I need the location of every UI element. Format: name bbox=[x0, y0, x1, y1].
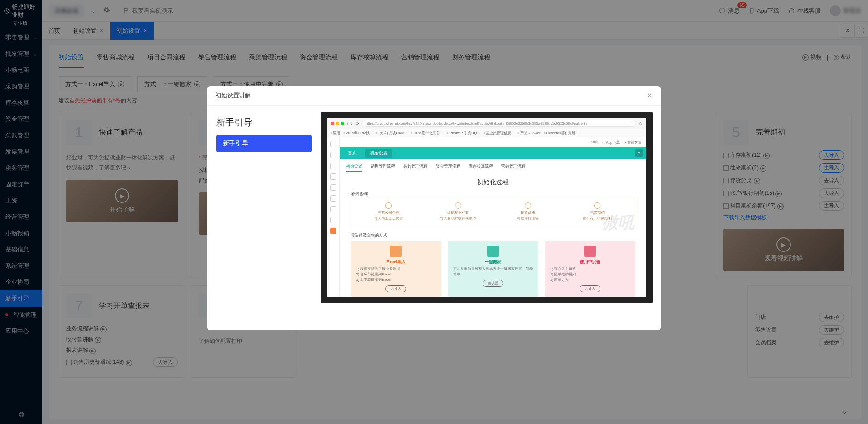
url-bar: https://cloud.chanjet.com/hsy/a3h5mtewno… bbox=[362, 120, 636, 127]
modal-sidebar: 新手引导 新手引导 bbox=[207, 106, 321, 330]
video-frame[interactable]: ‹ › ⟳ https://cloud.chanjet.com/hsy/a3h5… bbox=[321, 112, 653, 303]
mini-close-icon: ✕ bbox=[635, 149, 643, 157]
modal-overlay: 初始设置讲解 ✕ 新手引导 新手引导 ‹ › ⟳ https://cloud.c… bbox=[0, 0, 868, 424]
browser-ext-icon: ☆ bbox=[639, 121, 643, 126]
bookmarks-bar: ▫ 应用▫ 2019年CRM技...▫ [技术] 用友CRM...▫ CRM选一… bbox=[327, 129, 646, 137]
modal-title: 初始设置讲解 bbox=[215, 92, 251, 100]
modal-close-icon[interactable]: ✕ bbox=[647, 92, 653, 100]
back-icon: ‹ bbox=[347, 121, 348, 126]
modal-nav-item[interactable]: 新手引导 bbox=[216, 135, 312, 152]
tutorial-modal: 初始设置讲解 ✕ 新手引导 新手引导 ‹ › ⟳ https://cloud.c… bbox=[207, 86, 661, 330]
modal-heading: 新手引导 bbox=[216, 116, 312, 129]
forward-icon: › bbox=[351, 121, 352, 126]
modal-video-area: ‹ › ⟳ https://cloud.chanjet.com/hsy/a3h5… bbox=[321, 106, 661, 330]
mini-sidebar bbox=[327, 137, 340, 297]
reload-icon: ⟳ bbox=[356, 121, 359, 126]
